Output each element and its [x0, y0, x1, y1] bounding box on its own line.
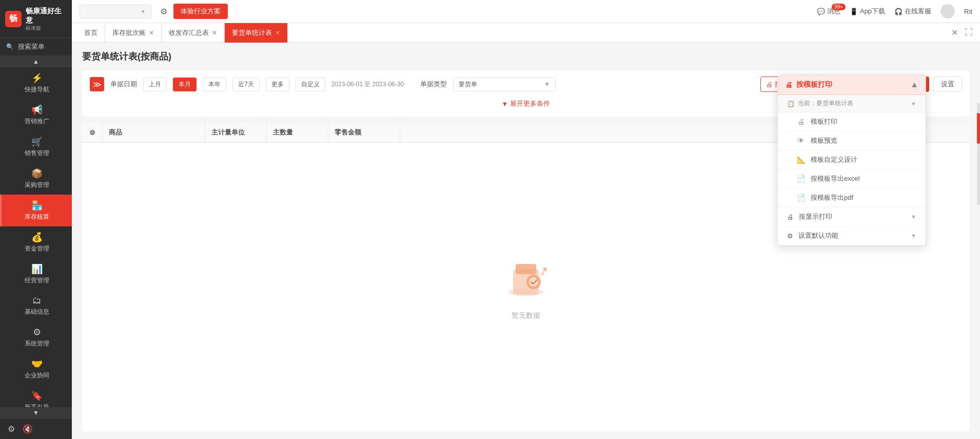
- app-name: 畅康通好生意: [26, 6, 67, 25]
- date-btn-this-month[interactable]: 本月: [173, 78, 197, 91]
- empty-icon: [500, 254, 552, 305]
- display-print-group[interactable]: 🖨 按显示打印 ▼: [778, 207, 926, 226]
- template-design-icon: 📐: [796, 156, 806, 164]
- date-filter-label: 单据日期: [110, 80, 137, 89]
- tab-collection-label: 收发存汇总表: [169, 28, 209, 37]
- svg-point-4: [529, 277, 538, 287]
- search-icon: 🔍: [6, 43, 14, 50]
- tab-collection-close[interactable]: ✕: [212, 29, 217, 36]
- online-support-item[interactable]: 🎧 在线客服: [894, 7, 931, 16]
- sidebar-item-operation[interactable]: 📊 经营管理: [0, 258, 72, 290]
- sidebar: 畅 畅康通好生意 标准版 🔍 搜索菜单 ▲ ⚡ 快捷导航 📢 营销推广 🛒 销售…: [0, 0, 72, 439]
- tab-order-stat-close[interactable]: ✕: [275, 29, 280, 36]
- topbar-search[interactable]: ▼: [80, 5, 151, 18]
- search-menu[interactable]: 🔍 搜索菜单: [0, 38, 72, 56]
- user-avatar[interactable]: [940, 4, 955, 18]
- template-design-item[interactable]: 📐 模板自定义设计: [778, 150, 926, 169]
- tabs-bar: 首页 库存批次账 ✕ 收发存汇总表 ✕ 要货单统计表 ✕ ✕ ⛶: [72, 23, 980, 43]
- print-dropdown-icon: 🖨: [785, 81, 792, 89]
- sidebar-item-guide[interactable]: 🔖 新手引导: [0, 385, 72, 407]
- tab-collection[interactable]: 收发存汇总表 ✕: [162, 23, 225, 43]
- date-btn-custom[interactable]: 自定义: [296, 78, 325, 91]
- expand-icon[interactable]: ⛶: [963, 26, 975, 40]
- current-template-icon: 📋: [787, 100, 795, 107]
- sidebar-item-system[interactable]: ⚙ 系统管理: [0, 321, 72, 353]
- template-print-item[interactable]: 🖨 模板打印: [778, 112, 926, 131]
- expand-button[interactable]: ▼ 展开更多条件: [498, 97, 555, 110]
- sidebar-item-label: 企业协同: [25, 371, 49, 380]
- print-icon: 🖨: [766, 81, 773, 88]
- trial-button[interactable]: 体验行业方案: [173, 4, 228, 19]
- sidebar-item-finance[interactable]: 💰 资金管理: [0, 226, 72, 258]
- template-export-excel-icon: 📄: [796, 175, 806, 183]
- tab-batch[interactable]: 库存批次账 ✕: [105, 23, 162, 43]
- basic-icon: 🗂: [32, 295, 42, 306]
- topbar: ▼ ⚙ 体验行业方案 💬 消息 99+ 📱 App下载 🎧 在线客服 Rit: [72, 0, 980, 23]
- tab-batch-close[interactable]: ✕: [149, 29, 154, 36]
- sidebar-item-label: 销售管理: [25, 149, 49, 158]
- sidebar-item-marketing[interactable]: 📢 营销推广: [0, 99, 72, 131]
- app-download-item[interactable]: 📱 App下载: [850, 7, 885, 16]
- display-print-group-left: 🖨 按显示打印: [787, 212, 832, 221]
- message-badge: 99+: [832, 4, 846, 10]
- type-filter-label: 单据类型: [420, 80, 447, 89]
- settings-icon[interactable]: ⚙: [8, 424, 15, 434]
- sidebar-item-shortcut[interactable]: ⚡ 快捷导航: [0, 67, 72, 99]
- sidebar-item-label: 新手引导: [25, 403, 49, 407]
- template-export-excel-item[interactable]: 📄 按模板导出excel: [778, 169, 926, 188]
- expand-icon: ▼: [502, 100, 508, 108]
- svg-rect-2: [516, 264, 536, 274]
- sidebar-item-label: 基础信息: [25, 308, 49, 316]
- logo-icon: 畅: [5, 11, 22, 27]
- operation-icon: 📊: [31, 263, 43, 275]
- template-export-excel-label: 按模板导出excel: [811, 174, 859, 183]
- sidebar-nav: ⚡ 快捷导航 📢 营销推广 🛒 销售管理 📦 采购管理 🏪 库存核算 💰 资金管…: [0, 67, 72, 407]
- app-version: 标准版: [26, 25, 67, 31]
- app-download-label: App下载: [860, 7, 885, 16]
- filter-toggle-button[interactable]: ≫: [90, 77, 104, 91]
- sidebar-scroll-up[interactable]: ▲: [0, 56, 72, 67]
- sidebar-item-sales[interactable]: 🛒 销售管理: [0, 131, 72, 163]
- message-item[interactable]: 💬 消息 99+: [817, 7, 840, 16]
- mute-icon[interactable]: 🔇: [23, 424, 33, 434]
- sidebar-item-collab[interactable]: 🤝 企业协同: [0, 353, 72, 385]
- template-preview-item[interactable]: 👁 模板预览: [778, 131, 926, 150]
- date-btn-more[interactable]: 更多: [266, 78, 289, 91]
- current-template-text: 当前：要货单统计表: [798, 99, 853, 108]
- download-icon: 📱: [850, 8, 858, 15]
- sidebar-item-inventory[interactable]: 🏪 库存核算: [0, 195, 72, 226]
- gear-icon[interactable]: ⚙: [160, 7, 167, 16]
- th-product: 商品: [103, 123, 205, 142]
- print-dropdown-title-text: 按模板打印: [796, 80, 832, 89]
- right-scrollbar[interactable]: [977, 103, 980, 205]
- date-range-text: 2023-06-01 至 2023-06-30: [331, 80, 404, 89]
- print-dropdown-title: 🖨 按模板打印: [785, 80, 832, 89]
- set-default-group[interactable]: ⚙ 设置默认功能 ▼: [778, 226, 926, 245]
- message-icon: 💬: [817, 8, 825, 15]
- collab-icon: 🤝: [31, 358, 43, 370]
- template-design-label: 模板自定义设计: [811, 155, 857, 164]
- date-btn-last-month[interactable]: 上月: [143, 78, 167, 91]
- topbar-search-text: [85, 7, 141, 16]
- print-dropdown-close-button[interactable]: ▲: [910, 80, 918, 89]
- guide-icon: 🔖: [31, 390, 43, 402]
- date-btn-this-year[interactable]: 本年: [203, 78, 226, 91]
- th-settings[interactable]: ⚙: [82, 124, 103, 142]
- sidebar-scroll-down[interactable]: ▼: [0, 407, 72, 418]
- close-all-icon[interactable]: ✕: [949, 26, 960, 40]
- template-print-label: 模板打印: [811, 117, 837, 126]
- template-export-pdf-icon: 📄: [796, 194, 806, 202]
- expand-label: 展开更多条件: [510, 99, 550, 108]
- tab-order-stat-label: 要货单统计表: [232, 28, 272, 37]
- tab-order-stat[interactable]: 要货单统计表 ✕: [225, 23, 288, 43]
- template-export-pdf-item[interactable]: 📄 按模板导出pdf: [778, 188, 926, 207]
- date-btn-7days[interactable]: 近7天: [232, 78, 260, 91]
- set-default-group-left: ⚙ 设置默认功能: [787, 231, 838, 240]
- sidebar-item-basic[interactable]: 🗂 基础信息: [0, 290, 72, 321]
- type-select[interactable]: 要货单 ▼: [453, 78, 556, 91]
- sidebar-item-purchase[interactable]: 📦 采购管理: [0, 163, 72, 195]
- system-icon: ⚙: [33, 327, 41, 338]
- tab-home[interactable]: 首页: [77, 23, 105, 43]
- sidebar-item-label: 系统管理: [25, 339, 49, 348]
- setting-button[interactable]: 设置: [933, 77, 962, 92]
